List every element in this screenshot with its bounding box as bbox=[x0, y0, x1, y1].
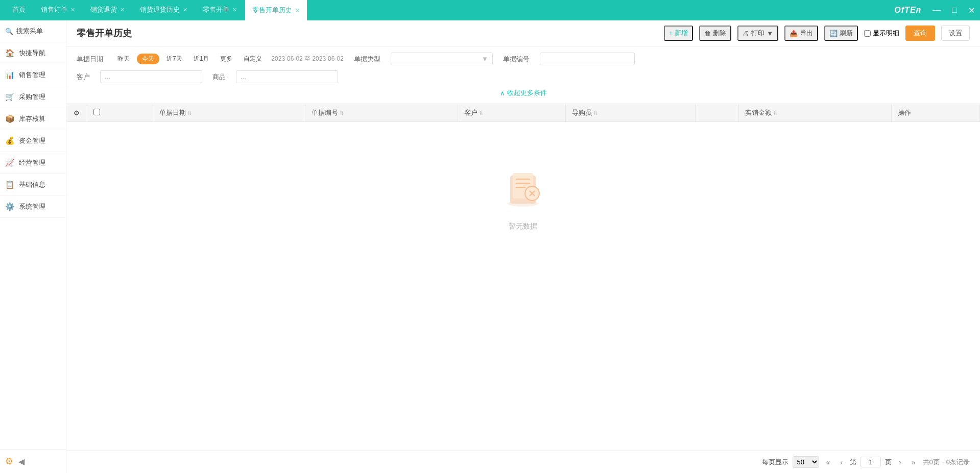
customer-label: 客户 bbox=[77, 72, 90, 82]
collapse-button[interactable]: ∧ 收起更多条件 bbox=[77, 88, 970, 97]
tab-home[interactable]: 首页 bbox=[5, 0, 33, 20]
th-checkbox bbox=[87, 104, 153, 122]
sidebar-item-basic-info[interactable]: 📋 基础信息 bbox=[0, 174, 66, 196]
query-button[interactable]: 查询 bbox=[905, 26, 935, 41]
tab-sales-return-history[interactable]: 销货退货历史 ✕ bbox=[133, 0, 195, 20]
th-amount-label: 实销金额 bbox=[745, 108, 772, 117]
window-minimize-icon[interactable]: — bbox=[933, 6, 941, 15]
order-type-placeholder bbox=[395, 55, 397, 63]
close-retail-open-icon[interactable]: ✕ bbox=[232, 7, 237, 13]
sidebar-item-sales-mgmt[interactable]: 📊 销售管理 bbox=[0, 64, 66, 86]
sidebar-label-quick-nav: 快捷导航 bbox=[19, 48, 45, 58]
page-next-button[interactable]: › bbox=[896, 457, 904, 467]
show-detail-toggle[interactable]: 显示明细 bbox=[864, 29, 899, 38]
th-customer-label: 客户 bbox=[464, 108, 477, 117]
close-sales-order-icon[interactable]: ✕ bbox=[70, 7, 75, 13]
order-num-label: 单据编号 bbox=[503, 55, 530, 64]
sidebar-label-sys-mgmt: 系统管理 bbox=[19, 202, 45, 211]
product-placeholder: ... bbox=[241, 73, 246, 81]
show-detail-checkbox[interactable] bbox=[864, 30, 871, 37]
th-date[interactable]: 单据日期 ⇅ bbox=[153, 104, 305, 122]
date-label: 单据日期 bbox=[77, 55, 103, 64]
pagination: 每页显示 10 20 50 100 « ‹ 第 页 › » 共0页，0条记录 bbox=[66, 451, 980, 473]
print-button[interactable]: 🖨 打印 ▼ bbox=[737, 26, 778, 41]
sidebar-item-finance[interactable]: 💰 资金管理 bbox=[0, 130, 66, 152]
empty-state: 暂无数据 bbox=[66, 122, 980, 272]
close-sales-return-history-icon[interactable]: ✕ bbox=[183, 7, 187, 13]
per-page-select[interactable]: 10 20 50 100 bbox=[793, 456, 819, 468]
print-label: 打印 bbox=[751, 29, 764, 38]
order-num-input[interactable] bbox=[540, 53, 635, 65]
sidebar-bottom: ⚙ ◀ bbox=[0, 449, 66, 473]
date-btn-more[interactable]: 更多 bbox=[216, 54, 236, 64]
delete-button[interactable]: 🗑 删除 bbox=[699, 26, 731, 41]
data-table: ⚙ 单据日期 ⇅ 单据编号 ⇅ bbox=[66, 104, 980, 272]
order-type-dropdown-icon: ▼ bbox=[482, 55, 488, 63]
th-guide[interactable]: 导购员 ⇅ bbox=[565, 104, 696, 122]
close-sales-return-icon[interactable]: ✕ bbox=[120, 7, 125, 13]
table-container: ⚙ 单据日期 ⇅ 单据编号 ⇅ bbox=[66, 104, 980, 451]
collapse-up-icon: ∧ bbox=[500, 89, 505, 97]
settings-button[interactable]: 设置 bbox=[941, 26, 970, 41]
refresh-button[interactable]: 🔄 刷新 bbox=[824, 26, 858, 41]
home-tab-label: 首页 bbox=[12, 5, 26, 14]
tab-sales-order[interactable]: 销售订单 ✕ bbox=[34, 0, 82, 20]
sidebar-item-operations[interactable]: 📈 经营管理 bbox=[0, 152, 66, 174]
sidebar-item-sys-mgmt[interactable]: ⚙️ 系统管理 bbox=[0, 196, 66, 218]
order-type-select[interactable]: ▼ bbox=[391, 53, 493, 65]
window-close-icon[interactable]: ✕ bbox=[968, 6, 975, 15]
th-number[interactable]: 单据编号 ⇅ bbox=[305, 104, 458, 122]
sidebar: 🔍 搜索采单 🏠 快捷导航 📊 销售管理 🛒 采购管理 📦 库存核算 💰 资金管… bbox=[0, 20, 66, 473]
add-button[interactable]: + 新增 bbox=[664, 26, 693, 41]
order-type-label: 单据类型 bbox=[354, 55, 380, 64]
empty-text: 暂无数据 bbox=[509, 222, 537, 231]
sales-return-history-label: 销货退货历史 bbox=[140, 5, 180, 14]
page-last-button[interactable]: » bbox=[909, 457, 919, 467]
th-actions: 操作 bbox=[891, 104, 979, 122]
page-number-input[interactable] bbox=[861, 457, 881, 467]
select-all-checkbox[interactable] bbox=[93, 109, 100, 115]
sidebar-search[interactable]: 🔍 搜索采单 bbox=[0, 20, 66, 42]
show-detail-label: 显示明细 bbox=[873, 29, 899, 38]
tab-bar: 首页 销售订单 ✕ 销货退货 ✕ 销货退货历史 ✕ 零售开单 ✕ 零售开单历史 … bbox=[5, 0, 894, 20]
empty-state-illustration bbox=[497, 163, 548, 214]
page-prev-button[interactable]: ‹ bbox=[837, 457, 846, 467]
filter-row-2: 客户 ... 商品 ... bbox=[77, 70, 970, 83]
tab-sales-return[interactable]: 销货退货 ✕ bbox=[83, 0, 132, 20]
export-label: 导出 bbox=[800, 29, 813, 38]
page-label: 第 bbox=[850, 458, 856, 467]
product-select[interactable]: ... bbox=[236, 70, 338, 83]
close-retail-open-history-icon[interactable]: ✕ bbox=[295, 7, 300, 14]
page-first-button[interactable]: « bbox=[823, 457, 833, 467]
sidebar-label-inventory: 库存核算 bbox=[19, 114, 45, 123]
export-button[interactable]: 📤 导出 bbox=[784, 26, 818, 41]
page-title: 零售开单历史 bbox=[77, 27, 132, 39]
sidebar-item-inventory[interactable]: 📦 库存核算 bbox=[0, 108, 66, 130]
sidebar-item-purchase-mgmt[interactable]: 🛒 采购管理 bbox=[0, 86, 66, 108]
date-btn-custom[interactable]: 自定义 bbox=[240, 54, 266, 64]
customer-select[interactable]: ... bbox=[100, 70, 202, 83]
main-layout: 🔍 搜索采单 🏠 快捷导航 📊 销售管理 🛒 采购管理 📦 库存核算 💰 资金管… bbox=[0, 20, 980, 473]
settings-gear-icon[interactable]: ⚙ bbox=[5, 456, 13, 467]
tab-retail-open-history[interactable]: 零售开单历史 ✕ bbox=[245, 0, 307, 20]
th-actions-label: 操作 bbox=[898, 109, 911, 116]
date-btn-7days[interactable]: 近7天 bbox=[162, 54, 186, 64]
date-btn-1month[interactable]: 近1月 bbox=[189, 54, 213, 64]
date-range-display: 2023-06-02 至 2023-06-02 bbox=[271, 55, 343, 63]
tab-retail-open[interactable]: 零售开单 ✕ bbox=[196, 0, 244, 20]
th-amount[interactable]: 实销金额 ⇅ bbox=[739, 104, 892, 122]
empty-row: 暂无数据 bbox=[66, 122, 980, 272]
sidebar-collapse-icon[interactable]: ◀ bbox=[18, 457, 25, 466]
date-btn-yesterday[interactable]: 昨天 bbox=[113, 54, 134, 64]
th-customer[interactable]: 客户 ⇅ bbox=[458, 104, 565, 122]
quick-nav-icon: 🏠 bbox=[5, 48, 15, 58]
sidebar-label-operations: 经营管理 bbox=[19, 158, 45, 167]
th-settings[interactable]: ⚙ bbox=[66, 104, 87, 122]
table-body: 暂无数据 bbox=[66, 122, 980, 272]
sidebar-item-quick-nav[interactable]: 🏠 快捷导航 bbox=[0, 42, 66, 64]
sales-return-label: 销货退货 bbox=[90, 5, 117, 14]
date-btn-today[interactable]: 今天 bbox=[137, 54, 159, 64]
window-maximize-icon[interactable]: □ bbox=[952, 6, 957, 15]
th-date-label: 单据日期 bbox=[159, 108, 186, 117]
date-group: 昨天 今天 近7天 近1月 更多 自定义 2023-06-02 至 2023-0… bbox=[113, 54, 344, 64]
